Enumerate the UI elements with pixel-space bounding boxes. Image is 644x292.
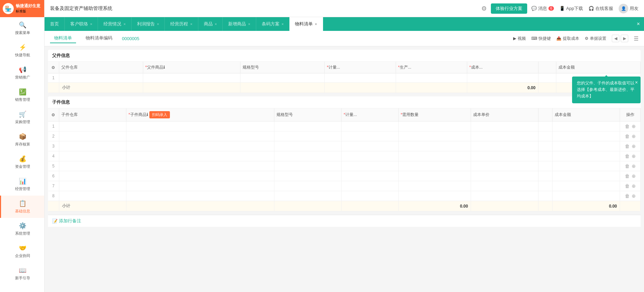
child-warehouse-3[interactable] [59, 151, 126, 161]
child-price-3[interactable] [471, 151, 538, 161]
sidebar-item-经营管理[interactable]: 📊经营管理 [0, 173, 44, 196]
copy-icon-3[interactable]: ⊕ [632, 153, 636, 159]
sidebar-item-快捷导航[interactable]: ⚡快捷导航 [0, 39, 44, 62]
delete-icon-5[interactable]: 🗑 [625, 173, 630, 179]
child-product-7[interactable] [126, 191, 274, 201]
child-product-1[interactable] [126, 131, 274, 141]
child-spec-0[interactable] [274, 121, 341, 131]
video-btn[interactable]: ▶ 视频 [513, 36, 526, 42]
copy-icon-1[interactable]: ⊕ [632, 133, 636, 139]
child-qty-7[interactable] [398, 191, 471, 201]
navtab-close-3[interactable]: × [157, 22, 159, 26]
navtab-2[interactable]: 经营情况× [98, 17, 131, 31]
child-product-3[interactable] [126, 151, 274, 161]
child-unit-5[interactable] [342, 171, 398, 181]
copy-icon-2[interactable]: ⊕ [632, 143, 636, 149]
child-amount-5[interactable] [553, 171, 620, 181]
child-spec-1[interactable] [274, 131, 341, 141]
parent-cost-cell[interactable] [467, 73, 538, 83]
child-product-5[interactable] [126, 171, 274, 181]
navtab-1[interactable]: 客户联络× [65, 17, 98, 31]
message-btn[interactable]: 💬 消息 6 [531, 5, 554, 12]
sidebar-item-系统管理[interactable]: ⚙️系统管理 [0, 218, 44, 240]
child-unit-7[interactable] [342, 191, 398, 201]
trial-btn[interactable]: 体验行业方案 [491, 3, 527, 14]
sidebar-item-基础信息[interactable]: 📋基础信息 [0, 196, 44, 218]
child-unit-4[interactable] [342, 161, 398, 171]
parent-th-settings[interactable]: ⚙ [48, 62, 59, 73]
shortcut-btn[interactable]: ⌨ 快捷键 [531, 36, 551, 42]
child-product-6[interactable] [126, 181, 274, 191]
page-tab-list[interactable]: 物料清单 [50, 34, 76, 43]
navtab-close-4[interactable]: × [190, 22, 192, 26]
navtab-5[interactable]: 商品× [198, 17, 223, 31]
online-service-btn[interactable]: 🎧 在线客服 [589, 5, 613, 12]
navtab-0[interactable]: 首页 [45, 17, 65, 31]
child-price-1[interactable] [471, 131, 538, 141]
child-warehouse-0[interactable] [59, 121, 126, 131]
child-unit-3[interactable] [342, 151, 398, 161]
extract-cost-btn[interactable]: 📤 提取成本 [556, 36, 579, 42]
sidebar-item-搜索菜单[interactable]: 🔍搜索菜单 [0, 17, 44, 39]
parent-unit-cell[interactable] [324, 73, 396, 83]
navtab-close-7[interactable]: × [282, 22, 284, 26]
navtab-close-5[interactable]: × [215, 22, 217, 26]
navtab-7[interactable]: 条码方案× [256, 17, 289, 31]
child-amount-0[interactable] [553, 121, 620, 131]
child-unit-2[interactable] [342, 141, 398, 151]
navtab-3[interactable]: 利润报告× [132, 17, 165, 31]
delete-icon-3[interactable]: 🗑 [625, 153, 630, 159]
next-btn[interactable]: ▶ [621, 35, 628, 42]
child-amount-4[interactable] [553, 161, 620, 171]
child-amount-6[interactable] [553, 181, 620, 191]
sidebar-item-采购管理[interactable]: 🛒采购管理 [0, 106, 44, 129]
delete-icon-7[interactable]: 🗑 [625, 193, 630, 199]
child-price-2[interactable] [471, 141, 538, 151]
settings-icon[interactable]: ⚙ [481, 5, 487, 12]
navtab-4[interactable]: 经营历程× [165, 17, 198, 31]
child-amount-3[interactable] [553, 151, 620, 161]
copy-icon-4[interactable]: ⊕ [632, 163, 636, 169]
parent-warehouse-cell[interactable] [59, 73, 143, 83]
sidebar-item-资金管理[interactable]: 💰资金管理 [0, 151, 44, 173]
child-warehouse-4[interactable] [59, 161, 126, 171]
delete-icon-1[interactable]: 🗑 [625, 133, 630, 139]
sidebar-item-营销推广[interactable]: 📢营销推广 [0, 62, 44, 84]
child-amount-1[interactable] [553, 131, 620, 141]
delete-icon-2[interactable]: 🗑 [625, 143, 630, 149]
navtab-close-8[interactable]: × [315, 22, 317, 26]
user-btn[interactable]: 👤 用友 [619, 4, 639, 13]
navtab-6[interactable]: 新增商品× [223, 17, 256, 31]
sidebar-item-企业协同[interactable]: 🤝企业协同 [0, 240, 44, 262]
parent-spec-cell[interactable] [240, 73, 325, 83]
child-qty-5[interactable] [398, 171, 471, 181]
sidebar-item-新手引导[interactable]: 📖新手引导 [0, 262, 44, 285]
child-spec-2[interactable] [274, 141, 341, 151]
single-setting-btn[interactable]: ⚙ 单据设置 [585, 36, 606, 42]
child-spec-7[interactable] [274, 191, 341, 201]
copy-icon-0[interactable]: ⊕ [632, 124, 636, 129]
prev-btn[interactable]: ◀ [612, 35, 619, 42]
child-product-4[interactable] [126, 161, 274, 171]
child-price-0[interactable] [471, 121, 538, 131]
child-th-settings[interactable]: ⚙ [48, 108, 59, 121]
add-row-btn[interactable]: 📝 添加行备注 [52, 218, 81, 224]
child-unit-6[interactable] [342, 181, 398, 191]
delete-icon-0[interactable]: 🗑 [625, 124, 630, 129]
sidebar-item-库存核算[interactable]: 📦库存核算 [0, 129, 44, 151]
child-price-7[interactable] [471, 191, 538, 201]
child-unit-1[interactable] [342, 131, 398, 141]
child-warehouse-6[interactable] [59, 181, 126, 191]
navtab-8[interactable]: 物料清单× [289, 17, 323, 31]
delete-icon-6[interactable]: 🗑 [625, 183, 630, 189]
copy-icon-5[interactable]: ⊕ [632, 173, 636, 179]
child-price-6[interactable] [471, 181, 538, 191]
child-qty-1[interactable] [398, 131, 471, 141]
navtab-close-1[interactable]: × [90, 22, 92, 26]
app-download-btn[interactable]: 📱 App下载 [559, 5, 583, 12]
child-unit-0[interactable] [342, 121, 398, 131]
scan-btn[interactable]: 扫码录入 [149, 111, 170, 118]
parent-product-cell[interactable] [143, 73, 240, 83]
child-qty-3[interactable] [398, 151, 471, 161]
child-qty-4[interactable] [398, 161, 471, 171]
